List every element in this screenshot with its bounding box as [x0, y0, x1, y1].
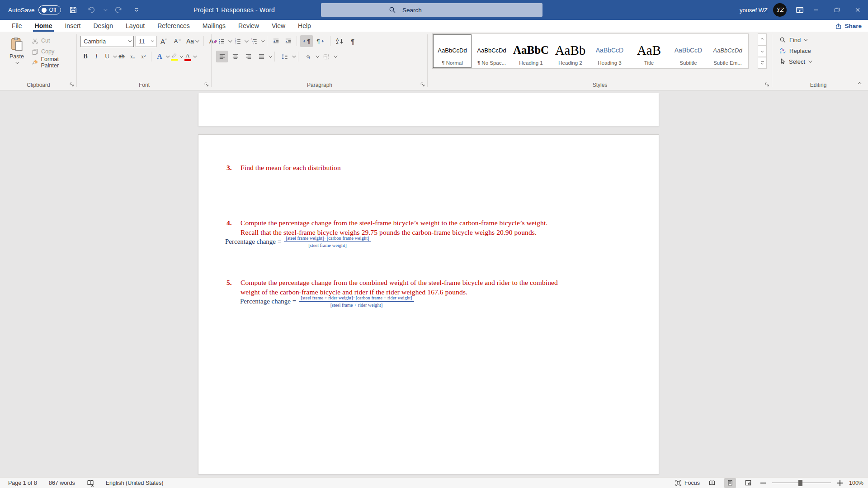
copy-button[interactable]: Copy: [32, 46, 54, 57]
page-2[interactable]: 3. Find the mean for each distribution 4…: [198, 134, 659, 474]
styles-dialog-launcher[interactable]: [764, 81, 770, 87]
text-effects-button[interactable]: A: [154, 51, 165, 62]
italic-button[interactable]: I: [91, 51, 101, 62]
zoom-slider[interactable]: [772, 478, 831, 488]
tab-design[interactable]: Design: [87, 20, 119, 32]
align-center-button[interactable]: [229, 51, 241, 62]
align-left-button[interactable]: [216, 51, 228, 62]
select-button[interactable]: Select: [779, 56, 811, 67]
increase-indent-button[interactable]: [283, 35, 293, 47]
ribbon-display-options-button[interactable]: [794, 3, 806, 17]
paragraph-dialog-launcher[interactable]: [419, 81, 425, 87]
autosave-pill[interactable]: Off: [38, 5, 61, 14]
read-mode-button[interactable]: [706, 478, 718, 488]
save-button[interactable]: [67, 3, 79, 17]
zoom-in-button[interactable]: [837, 480, 843, 486]
justify-chevron-icon[interactable]: [269, 54, 272, 57]
bullets-chevron-icon[interactable]: [228, 38, 232, 42]
font-dialog-launcher[interactable]: [203, 81, 209, 87]
borders-chevron-icon[interactable]: [334, 54, 337, 57]
share-button[interactable]: Share: [835, 20, 862, 31]
strikethrough-button[interactable]: ab: [117, 51, 127, 62]
underline-button[interactable]: U: [102, 51, 112, 62]
clipboard-dialog-launcher[interactable]: [68, 81, 75, 87]
format-painter-button[interactable]: Format Painter: [32, 57, 77, 68]
style-heading-3[interactable]: AaBbCcD Heading 3: [590, 34, 629, 68]
text-highlight-button[interactable]: [170, 51, 179, 62]
page-1-bottom-fragment[interactable]: [198, 93, 659, 126]
language-indicator[interactable]: English (United States): [106, 480, 164, 486]
style-title[interactable]: AaB Title: [629, 34, 669, 68]
redo-button[interactable]: [113, 3, 124, 17]
web-layout-button[interactable]: [742, 478, 754, 488]
style-heading-1[interactable]: AaBbC Heading 1: [511, 34, 551, 68]
tab-review[interactable]: Review: [232, 20, 265, 32]
proofing-errors-button[interactable]: [87, 479, 94, 487]
shrink-font-button[interactable]: A: [172, 35, 183, 47]
bold-button[interactable]: B: [80, 51, 90, 62]
superscript-button[interactable]: x²: [138, 51, 148, 62]
quick-access-toolbar-button[interactable]: [131, 3, 142, 17]
font-color-button[interactable]: A: [183, 51, 192, 62]
tab-mailings[interactable]: Mailings: [196, 20, 232, 32]
shading-chevron-icon[interactable]: [316, 54, 319, 57]
sort-button[interactable]: AZ: [334, 35, 346, 47]
bullets-button[interactable]: [216, 35, 227, 47]
font-size-combobox[interactable]: 11: [136, 36, 156, 47]
minimize-button[interactable]: [806, 0, 826, 20]
tab-help[interactable]: Help: [292, 20, 317, 32]
search-input[interactable]: Search: [321, 3, 542, 17]
style-normal[interactable]: AaBbCcDd ¶ Normal: [433, 34, 472, 68]
grow-font-button[interactable]: A: [158, 35, 170, 47]
zoom-out-button[interactable]: [760, 480, 766, 486]
shading-button[interactable]: [302, 51, 314, 62]
collapse-ribbon-button[interactable]: [857, 80, 863, 86]
rtl-text-direction-button[interactable]: ¶: [314, 35, 327, 47]
subscript-button[interactable]: x₂: [127, 51, 137, 62]
font-name-combobox[interactable]: Cambria: [80, 36, 134, 47]
styles-scroll-down-button[interactable]: [758, 45, 767, 57]
style-subtitle[interactable]: AaBbCcD Subtitle: [669, 34, 708, 68]
tab-references[interactable]: References: [151, 20, 196, 32]
cut-button[interactable]: Cut: [32, 35, 50, 46]
focus-mode-button[interactable]: Focus: [675, 479, 700, 486]
page-indicator[interactable]: Page 1 of 8: [8, 480, 37, 486]
numbering-chevron-icon[interactable]: [245, 38, 248, 42]
replace-button[interactable]: bc Replace: [779, 45, 811, 56]
change-case-button[interactable]: Aa: [184, 35, 200, 47]
styles-more-button[interactable]: [758, 57, 767, 69]
undo-button[interactable]: [85, 3, 97, 17]
paste-dropdown-chevron-icon[interactable]: [15, 60, 19, 64]
tab-home[interactable]: Home: [28, 20, 59, 32]
user-name[interactable]: yousef WZ: [740, 7, 768, 14]
align-right-button[interactable]: [242, 51, 254, 62]
word-count[interactable]: 867 words: [49, 480, 75, 486]
show-paragraph-marks-button[interactable]: ¶: [348, 35, 358, 47]
numbering-button[interactable]: 123: [232, 35, 243, 47]
font-color-chevron-icon[interactable]: [193, 54, 197, 57]
user-avatar[interactable]: YZ: [773, 3, 787, 17]
justify-button[interactable]: [255, 51, 267, 62]
undo-dropdown-chevron-icon[interactable]: [104, 7, 108, 11]
print-layout-button[interactable]: [724, 478, 736, 488]
zoom-slider-thumb[interactable]: [798, 480, 802, 486]
restore-button[interactable]: [826, 0, 847, 20]
styles-scroll-up-button[interactable]: [758, 33, 767, 45]
ltr-text-direction-button[interactable]: ¶: [300, 35, 313, 47]
multilevel-list-button[interactable]: 1ai: [249, 35, 259, 47]
document-area[interactable]: 3. Find the mean for each distribution 4…: [0, 90, 868, 477]
multilevel-chevron-icon[interactable]: [261, 38, 264, 42]
tab-file[interactable]: File: [5, 20, 28, 32]
tab-view[interactable]: View: [265, 20, 292, 32]
paste-button[interactable]: Paste: [5, 33, 29, 87]
tab-layout[interactable]: Layout: [119, 20, 151, 32]
zoom-level[interactable]: 100%: [849, 480, 863, 486]
style-no-spacing[interactable]: AaBbCcDd ¶ No Spac...: [472, 34, 511, 68]
find-button[interactable]: Find: [779, 34, 807, 45]
autosave-toggle[interactable]: AutoSave Off: [8, 5, 61, 14]
borders-button[interactable]: [320, 51, 332, 62]
tab-insert[interactable]: Insert: [58, 20, 87, 32]
line-spacing-button[interactable]: [278, 51, 291, 62]
style-subtle-emphasis[interactable]: AaBbCcDd Subtle Em...: [708, 34, 747, 68]
close-button[interactable]: [847, 0, 868, 20]
